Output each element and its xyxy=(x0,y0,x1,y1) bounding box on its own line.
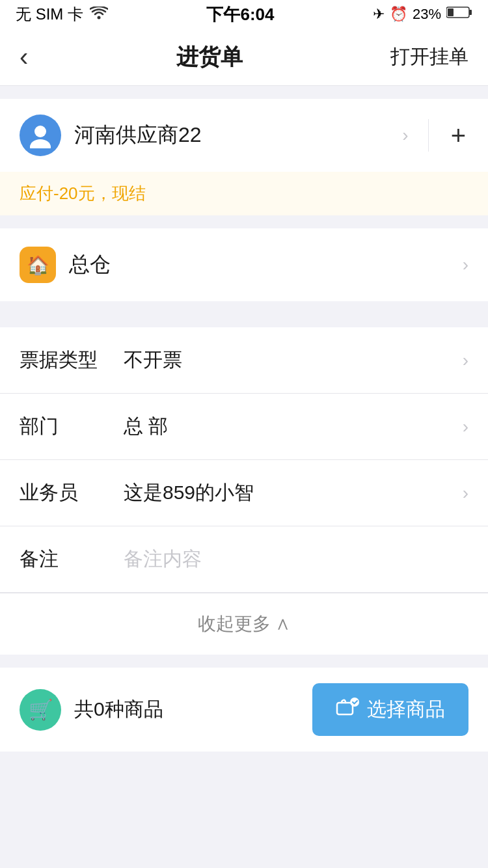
select-product-label: 选择商品 xyxy=(367,696,445,723)
battery-text: 23% xyxy=(413,6,441,23)
alarm-icon: ⏰ xyxy=(390,6,407,23)
svg-point-5 xyxy=(30,139,51,148)
add-button[interactable]: + xyxy=(448,121,468,150)
select-product-icon xyxy=(336,698,359,722)
collapse-label: 收起更多 ∧ xyxy=(198,614,291,634)
field-key-department: 部门 xyxy=(20,413,111,440)
supplier-row[interactable]: 河南供应商22 › + xyxy=(0,99,488,172)
field-placeholder-remark[interactable]: 备注内容 xyxy=(111,546,468,573)
svg-rect-2 xyxy=(469,10,472,15)
notice-text: 应付-20元，现结 xyxy=(20,183,146,203)
carrier-text: 无 SIM 卡 xyxy=(16,4,83,25)
cart-icon: 🛒 xyxy=(29,698,53,721)
section-gap-3 xyxy=(0,301,488,314)
status-left: 无 SIM 卡 xyxy=(16,4,108,25)
field-value-department: 总 部 xyxy=(111,413,463,440)
svg-rect-3 xyxy=(448,8,454,16)
field-row-invoice[interactable]: 票据类型 不开票 › xyxy=(0,327,488,394)
warehouse-row[interactable]: 🏠 总仓 › xyxy=(0,228,488,301)
bottom-bar: 🛒 共0种商品 选择商品 xyxy=(0,668,488,752)
supplier-section: 河南供应商22 › + 应付-20元，现结 xyxy=(0,99,488,215)
location-icon: ✈ xyxy=(373,6,385,23)
open-pending-button[interactable]: 打开挂单 xyxy=(390,44,468,70)
field-row-salesperson[interactable]: 业务员 这是859的小智 › xyxy=(0,460,488,526)
notice-banner: 应付-20元，现结 xyxy=(0,172,488,215)
invoice-chevron-icon: › xyxy=(463,350,468,371)
collapse-button[interactable]: 收起更多 ∧ xyxy=(0,593,488,655)
battery-icon xyxy=(446,6,472,23)
cart-icon-wrap: 🛒 xyxy=(20,689,61,731)
vertical-divider xyxy=(428,119,429,152)
product-count-label: 共0种商品 xyxy=(74,696,312,723)
status-bar: 无 SIM 卡 下午6:04 ✈ ⏰ 23% xyxy=(0,0,488,29)
status-time: 下午6:04 xyxy=(206,3,274,26)
field-value-invoice: 不开票 xyxy=(111,347,463,373)
field-key-salesperson: 业务员 xyxy=(20,480,111,506)
page-background xyxy=(0,752,488,868)
svg-point-4 xyxy=(34,126,46,137)
wifi-icon xyxy=(90,5,108,23)
field-key-remark: 备注 xyxy=(20,546,111,573)
svg-rect-6 xyxy=(337,703,353,714)
section-gap-2 xyxy=(0,215,488,228)
warehouse-label: 总仓 xyxy=(69,251,463,279)
supplier-name: 河南供应商22 xyxy=(74,121,402,150)
svg-point-7 xyxy=(350,698,359,707)
field-row-remark[interactable]: 备注 备注内容 xyxy=(0,526,488,593)
supplier-avatar xyxy=(20,115,61,156)
house-icon: 🏠 xyxy=(27,254,49,276)
select-product-button[interactable]: 选择商品 xyxy=(312,683,468,736)
section-gap-1 xyxy=(0,86,488,99)
back-button[interactable]: ‹ xyxy=(20,42,28,72)
nav-bar: ‹ 进货单 打开挂单 xyxy=(0,29,488,86)
salesperson-chevron-icon: › xyxy=(463,483,468,504)
warehouse-chevron-icon: › xyxy=(463,254,468,275)
warehouse-section: 🏠 总仓 › xyxy=(0,228,488,301)
supplier-chevron-icon: › xyxy=(402,125,408,146)
department-chevron-icon: › xyxy=(463,416,468,437)
status-right: ✈ ⏰ 23% xyxy=(373,6,472,23)
warehouse-icon: 🏠 xyxy=(20,247,56,283)
page-title: 进货单 xyxy=(176,42,243,72)
svg-point-0 xyxy=(98,16,101,20)
fields-section: 票据类型 不开票 › 部门 总 部 › 业务员 这是859的小智 › 备注 备注… xyxy=(0,327,488,655)
field-key-invoice: 票据类型 xyxy=(20,347,111,373)
field-row-department[interactable]: 部门 总 部 › xyxy=(0,394,488,460)
field-value-salesperson: 这是859的小智 xyxy=(111,480,463,506)
